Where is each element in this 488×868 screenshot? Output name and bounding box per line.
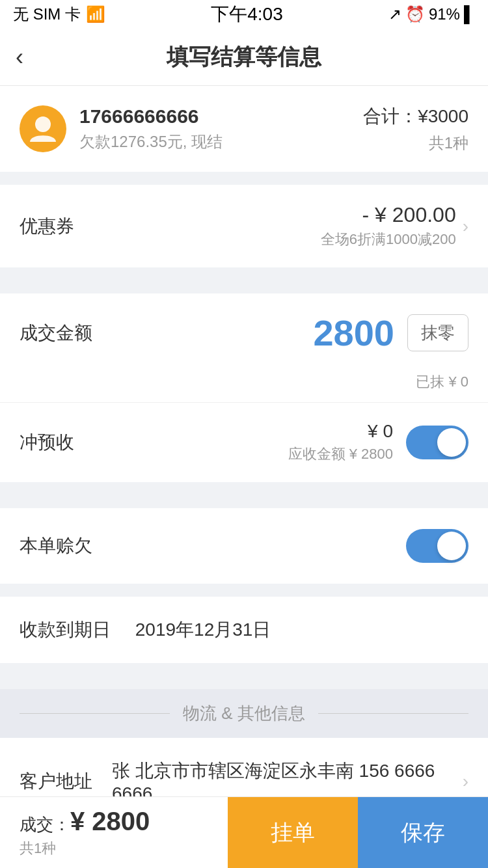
prereceive-toggle[interactable]: [406, 426, 468, 459]
address-chevron-icon: ›: [463, 771, 468, 792]
address-label: 客户地址: [20, 769, 92, 794]
divider-text: 物流 & 其他信息: [183, 702, 305, 725]
logistics-divider: 物流 & 其他信息: [0, 689, 488, 738]
duedate-value: 2019年12月31日: [135, 619, 271, 640]
divider-line-left: [20, 713, 170, 714]
deal-amount-label: 成交金额: [20, 321, 92, 346]
coupon-value: - ¥ 200.00: [321, 203, 456, 227]
total-value: ¥3000: [418, 106, 468, 126]
status-left: 无 SIM 卡 📶: [13, 4, 105, 25]
coupon-desc: 全场6折满1000减200: [321, 230, 456, 249]
duedate-label: 收款到期日: [20, 619, 111, 640]
deal-amount-right: 2800 抹零: [313, 312, 468, 354]
prereceive-amount: ¥ 0 应收金额 ¥ 2800: [288, 421, 393, 464]
alarm-icon: ⏰: [405, 5, 425, 23]
gray-spacer-3: [0, 676, 488, 689]
coupon-label: 优惠券: [20, 214, 74, 239]
divider-line-right: [318, 713, 468, 714]
gray-spacer-1: [0, 280, 488, 293]
battery-text: 91%: [429, 5, 460, 23]
duedate-row: 收款到期日 2019年12月31日: [0, 597, 488, 663]
customer-card: 17666666666 欠款1276.35元, 现结 合计：¥3000 共1种: [0, 86, 488, 172]
avatar: [20, 105, 66, 152]
toggle-knob: [437, 428, 466, 457]
bottom-summary: 成交：¥ 2800 共1种: [0, 807, 228, 858]
customer-phone: 17666666666: [79, 105, 223, 128]
content-area: 17666666666 欠款1276.35元, 现结 合计：¥3000 共1种 …: [0, 86, 488, 868]
svg-point-0: [35, 116, 51, 132]
deal-section: 成交金额 2800 抹零 已抹 ¥ 0 冲预收 ¥ 0 应收金额 ¥ 2800: [0, 293, 488, 482]
baddebt-toggle[interactable]: [406, 529, 468, 563]
coupon-row[interactable]: 优惠券 - ¥ 200.00 全场6折满1000减200 ›: [0, 185, 488, 267]
coupon-section: 优惠券 - ¥ 200.00 全场6折满1000减200 ›: [0, 185, 488, 267]
customer-debt: 欠款1276.35元, 现结: [79, 131, 223, 152]
bottom-count: 共1种: [20, 839, 208, 858]
customer-info: 17666666666 欠款1276.35元, 现结: [79, 105, 223, 152]
page-title: 填写结算等信息: [167, 42, 321, 72]
save-button[interactable]: 保存: [358, 797, 488, 869]
customer-left: 17666666666 欠款1276.35元, 现结: [20, 105, 223, 152]
prereceive-right: ¥ 0 应收金额 ¥ 2800: [288, 421, 468, 464]
deal-amount-value: 2800: [313, 312, 394, 354]
bottom-bar: 成交：¥ 2800 共1种 挂单 保存: [0, 796, 488, 868]
duedate-section: 收款到期日 2019年12月31日: [0, 597, 488, 663]
status-right: ↗ ⏰ 91% ▌: [388, 5, 475, 23]
prereceive-row: 冲预收 ¥ 0 应收金额 ¥ 2800: [0, 402, 488, 482]
bottom-deal-label: 成交：: [20, 815, 70, 834]
coupon-right: - ¥ 200.00 全场6折满1000减200 ›: [321, 203, 468, 249]
no-sim-text: 无 SIM 卡: [13, 4, 81, 25]
bottom-deal-amount: ¥ 2800: [70, 807, 150, 835]
status-time: 下午4:03: [211, 2, 283, 27]
prereceive-label: 冲预收: [20, 430, 74, 455]
coupon-chevron-icon: ›: [463, 216, 468, 237]
total-label: 合计：: [363, 106, 418, 126]
baddebt-row: 本单赊欠: [0, 508, 488, 584]
gray-spacer-2: [0, 495, 488, 508]
coupon-amount: - ¥ 200.00 全场6折满1000减200: [321, 203, 456, 249]
hold-order-button[interactable]: 挂单: [228, 797, 358, 869]
baddebt-label: 本单赊欠: [20, 534, 92, 558]
already-rounded: 已抹 ¥ 0: [0, 372, 488, 402]
round-zero-button[interactable]: 抹零: [407, 314, 468, 351]
back-button[interactable]: ‹: [16, 44, 23, 71]
baddebt-toggle-knob: [437, 532, 466, 560]
total-label-value: 合计：¥3000: [363, 104, 468, 129]
baddebt-section: 本单赊欠: [0, 508, 488, 584]
location-icon: ↗: [388, 5, 401, 23]
prereceive-receivable: 应收金额 ¥ 2800: [288, 444, 393, 464]
battery-icon: ▌: [464, 5, 475, 23]
status-bar: 无 SIM 卡 📶 下午4:03 ↗ ⏰ 91% ▌: [0, 0, 488, 29]
deal-amount-row: 成交金额 2800 抹零: [0, 293, 488, 372]
customer-count: 共1种: [363, 133, 468, 154]
wifi-icon: 📶: [86, 5, 105, 23]
nav-bar: ‹ 填写结算等信息: [0, 29, 488, 86]
customer-total: 合计：¥3000 共1种: [363, 104, 468, 154]
bottom-deal-row: 成交：¥ 2800: [20, 807, 208, 836]
prereceive-value: ¥ 0: [288, 421, 393, 442]
